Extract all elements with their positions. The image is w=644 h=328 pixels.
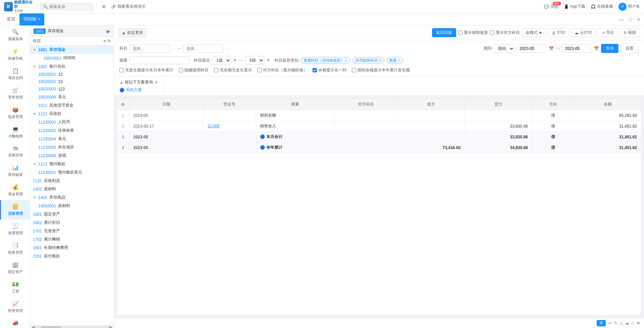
tree-node-11220004[interactable]: 11220004 美元 [30, 135, 114, 143]
cb-contra[interactable]: 对方科目（显示辅助项） [257, 67, 307, 73]
sidebar-item-salary[interactable]: 💵 工资 [0, 278, 30, 297]
query-scheme-item[interactable]: 系统方案 [126, 87, 142, 93]
sidebar-item-finance[interactable]: 💰 资金管理 [0, 181, 30, 200]
cb-opening-ytd[interactable]: 期初余额显示本年累计发生额 [352, 67, 410, 73]
window-minimize-btn[interactable]: — [618, 16, 625, 23]
show-aux-check-input[interactable] [458, 30, 463, 35]
user-avatar[interactable]: U 用户名 [619, 3, 640, 11]
tree-node-1403[interactable]: 1403 原材料 [30, 185, 114, 193]
tree-header-arrow[interactable]: ▶ [107, 28, 110, 34]
show-aux-checkbox[interactable]: 显示辅助核算 [458, 30, 488, 36]
amount-mode-btn[interactable]: 金额式 ▼ [522, 28, 546, 37]
tree-node-10020001[interactable]: 10020001 12 [30, 71, 114, 78]
tree-node-1012[interactable]: 1012 其他货币资金 [30, 101, 114, 110]
tree-header-tag[interactable]: 1001 [34, 28, 46, 34]
tree-node-10010001[interactable]: 10010001 呵呵呵 [30, 54, 114, 62]
expand-more-btn[interactable]: ▲ 收起更多 [118, 28, 147, 37]
cb-hide-aux-input[interactable] [179, 68, 183, 72]
tree-node-1132[interactable]: 1132 应收利息 [30, 177, 114, 185]
tab-ledger-close[interactable]: × [38, 17, 40, 21]
edit-btn[interactable]: ✎ [614, 321, 617, 325]
refresh-btn[interactable]: ↻ 刷新 [620, 28, 640, 37]
cb-balance-one-col-input[interactable] [313, 68, 317, 72]
settings-btn[interactable]: 设置 [621, 44, 639, 53]
subject-to-input[interactable] [183, 45, 223, 53]
sidebar-item-shortcut[interactable]: ⚡ 快捷导航 [0, 45, 30, 64]
cloud-print-btn[interactable]: ☁ 云打印 [571, 28, 596, 37]
print-btn[interactable]: 🖨 打印 [548, 28, 569, 37]
tree-node-2202[interactable]: 2202 应付账款 [30, 252, 114, 260]
subject-more-icon[interactable]: ··· [172, 46, 175, 51]
query-scheme-settings-icon[interactable]: ⚙ [154, 80, 158, 85]
tree-node-1405[interactable]: ▼ 1405 库存商品 [30, 193, 114, 202]
tree-node-11230001[interactable]: 11230001 预付账款美元 [30, 168, 114, 177]
cloud-btn[interactable]: ☁ [625, 321, 629, 325]
row-voucher-2[interactable]: 记-006 [203, 121, 256, 132]
tree-node-11220002[interactable]: 11220002 往来标签 [30, 126, 114, 135]
tree-node-1601[interactable]: 1601 固定资产 [30, 210, 114, 218]
tree-edit-icon[interactable]: ✎ [107, 39, 111, 44]
sidebar-item-sales-rpt[interactable]: 📣 小畅报销 [0, 317, 30, 328]
tree-node-11220006[interactable]: 11220006 游戏 [30, 151, 114, 160]
voucher-link-2[interactable]: 记-006 [208, 124, 220, 128]
tree-node-1001[interactable]: ▼ 1001 库存现金 [30, 46, 114, 54]
sidebar-item-invoice[interactable]: 🧾 发票管理 [0, 219, 30, 239]
tree-node-11220005[interactable]: 11220005 所在地区 [30, 143, 114, 151]
sidebar-item-tax[interactable]: 📑 税务管理 [0, 239, 30, 258]
tree-node-10020002[interactable]: 10020002 23 [30, 78, 114, 85]
period-from-input[interactable] [517, 45, 547, 53]
tab-ledger[interactable]: 明细账 × [19, 13, 44, 25]
tree-node-1801[interactable]: 1801 长期待摊费用 [30, 244, 114, 252]
tree-node-11220001[interactable]: 11220001 人民币 [30, 118, 114, 126]
sidebar-item-ecommerce[interactable]: 💻 小畅电商 [0, 123, 30, 142]
level-to-select[interactable]: 6级 [245, 56, 264, 65]
cb-balance-one-col[interactable]: 余额显示在一列 [313, 67, 346, 73]
scroll-left-icon[interactable]: ◀ [32, 325, 35, 328]
cb-contra-input[interactable] [257, 68, 262, 72]
period-calendar2-icon[interactable]: 📅 [594, 46, 599, 51]
query-scheme-item-row[interactable]: 🔵 系统方案 [119, 87, 158, 93]
sidebar-item-purchase[interactable]: 🛍 采购管理 [0, 142, 30, 161]
search-input[interactable] [49, 4, 90, 9]
window-btn[interactable]: □ [632, 321, 634, 325]
tree-node-1002[interactable]: ▼ 1002 银行存款 [30, 62, 114, 71]
subject-to-more-icon[interactable]: ··· [225, 46, 229, 51]
th-settings[interactable]: ⚙ [117, 99, 129, 110]
tree-node-1602[interactable]: 1602 累计折旧 [30, 218, 114, 227]
tree-node-1123[interactable]: ▼ 1123 预付账款 [30, 160, 114, 168]
filter-tag-normal-remove[interactable]: × [345, 58, 347, 62]
sidebar-item-project[interactable]: 📋 项目合同 [0, 64, 30, 84]
lang-btn[interactable]: 英 [597, 320, 606, 326]
period-calendar-icon[interactable]: 📅 [549, 46, 554, 51]
tree-list-icon[interactable]: ≡ [103, 39, 106, 44]
system-settings-btn[interactable]: ⚙ [637, 321, 640, 325]
subject-from-input[interactable] [129, 45, 170, 53]
cb-opening-ytd-input[interactable] [352, 68, 356, 72]
sidebar-item-asset[interactable]: 🏢 固定资产 [0, 258, 30, 278]
app-download-btn[interactable]: 📱 App下载 [564, 4, 585, 9]
level-from-select[interactable]: 1级 [212, 56, 231, 65]
upload-btn[interactable]: △ [620, 321, 623, 325]
top-search-box[interactable]: 🔍 [40, 3, 94, 10]
scroll-right-icon[interactable]: ▶ [109, 325, 112, 328]
tree-node-10020003[interactable]: 10020003 122 [30, 85, 114, 93]
export-btn[interactable]: ↗ 导出 [598, 28, 618, 37]
cb-no-balance-input[interactable] [214, 68, 218, 72]
undo-btn[interactable]: ↩ [608, 321, 611, 325]
filter-tag-foreign-remove[interactable]: × [379, 58, 381, 62]
tab-home[interactable]: 首页 [3, 13, 19, 25]
tree-node-1122[interactable]: ▼ 1122 应收款 [30, 110, 114, 118]
summary-input[interactable] [129, 56, 190, 64]
show-contra-check-input[interactable] [490, 30, 494, 35]
sidebar-item-search[interactable]: 🔍 搜索菜单 [0, 25, 30, 45]
tree-node-1701[interactable]: 1701 无形资产 [30, 227, 114, 235]
sidebar-item-wholesale[interactable]: 📦 批发管理 [0, 103, 30, 123]
cb-hide-aux[interactable]: 隐藏辅用科目 [179, 67, 209, 73]
cb-no-occurrence-input[interactable] [119, 68, 124, 72]
settings-nav[interactable]: ⚙ [99, 4, 108, 9]
sidebar-item-ops[interactable]: 📈 经营管理 [0, 297, 30, 317]
query-btn[interactable]: 查询 [601, 44, 619, 53]
filter-tag-qty-remove[interactable]: × [398, 58, 400, 62]
show-contra-checkbox[interactable]: 显示对方科目 [490, 30, 520, 36]
online-service-btn[interactable]: 🎧 在线客服 [591, 4, 613, 9]
